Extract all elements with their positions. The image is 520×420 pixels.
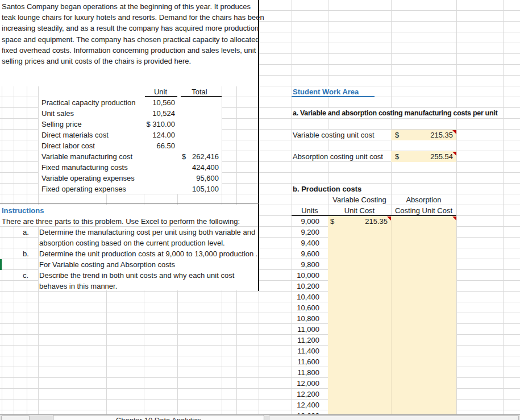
active-cell-indicator — [0, 259, 2, 270]
problem-statement-line: space and equipment. The company has cho… — [2, 34, 260, 45]
sheet-tab-label: Chapter 10 Data Analytics — [53, 417, 264, 420]
units-value[interactable]: 9,200 — [292, 227, 319, 238]
units-value[interactable]: 11,000 — [292, 324, 319, 335]
absorption-col-header: Absorption — [391, 194, 456, 205]
variable-costing-label: Variable costing unit cost — [293, 130, 375, 140]
table-total-value[interactable]: 95,600 — [177, 173, 219, 184]
instruction-letter: c. — [23, 270, 28, 281]
instruction-text: Determine the unit production costs at 9… — [39, 248, 257, 259]
units-value[interactable]: 9,400 — [292, 238, 319, 248]
table-row-label: Fixed manufacturing costs — [41, 162, 128, 173]
table-unit-value[interactable]: 124.00 — [144, 130, 175, 140]
comment-indicator-icon — [387, 217, 391, 221]
table-row-label: Practical capacity production — [41, 97, 135, 108]
table-row-label: Direct materials cost — [41, 130, 109, 140]
units-value[interactable]: 10,800 — [292, 313, 319, 324]
instruction-text: absorption costing based on the current … — [39, 238, 225, 248]
table-unit-value[interactable]: $ 310.00 — [144, 119, 175, 130]
table-row-label: Unit sales — [41, 108, 74, 119]
problem-statement-line: teak lounge chairs for luxury hotels and… — [2, 12, 264, 23]
problem-statement-line: selling prices and unit costs of the cha… — [2, 56, 191, 66]
units-value[interactable]: 9,600 — [292, 248, 319, 259]
variable-costing-col-header: Unit Cost — [328, 205, 391, 216]
table-unit-value[interactable]: 10,524 — [144, 108, 175, 119]
total-column-header: Total — [177, 86, 222, 97]
table-row-label: Direct labor cost — [41, 140, 95, 151]
gridline — [391, 216, 392, 414]
problem-statement-line: fixed overhead costs. Information concer… — [2, 45, 256, 56]
units-col-header: Units — [292, 205, 328, 216]
instruction-letter: b. — [23, 248, 29, 259]
problem-statement-line: Santos Company began operations at the b… — [2, 1, 251, 12]
table-row-label: Variable manufacturing cost — [41, 151, 132, 162]
instruction-text: Describe the trend in both unit costs an… — [39, 270, 234, 281]
instructions-top-border — [0, 203, 259, 204]
sheet-tab-bar: Chapter 10 Data Analytics — [0, 414, 520, 420]
student-work-area-title: Student Work Area — [293, 86, 359, 97]
gridline — [2, 86, 2, 414]
section-b-heading: b. Production costs — [293, 184, 361, 194]
table-total-value[interactable]: $ 262,416 — [182, 151, 219, 162]
section-a-heading: a. Variable and absorption costing manuf… — [293, 108, 497, 119]
gridline — [259, 291, 259, 414]
total-amount: 262,416 — [192, 151, 219, 162]
table-unit-value[interactable]: 10,560 — [144, 97, 175, 108]
sheet-tab[interactable] — [269, 415, 519, 420]
spreadsheet: Santos Company began operations at the b… — [0, 0, 520, 420]
units-value[interactable]: 11,800 — [292, 367, 319, 378]
instructions-title: Instructions — [2, 205, 44, 216]
gridline — [456, 0, 457, 414]
table-total-value[interactable]: 424,400 — [177, 162, 219, 173]
instruction-text: Determine the manufacturing cost per uni… — [39, 227, 255, 238]
sheet-tab-active[interactable]: Chapter 10 Data Analytics — [53, 415, 264, 420]
units-value[interactable]: 12,000 — [292, 378, 319, 389]
units-value[interactable]: 10,000 — [292, 270, 319, 281]
units-value[interactable]: 10,200 — [292, 281, 319, 292]
comment-indicator-icon — [452, 130, 456, 134]
unit-column-header: Unit — [144, 86, 177, 97]
units-value[interactable]: 12,200 — [292, 389, 319, 400]
comment-indicator-icon — [452, 152, 456, 156]
units-value[interactable]: 11,200 — [292, 335, 319, 346]
absorption-col-header: Costing Unit Cost — [391, 205, 456, 216]
table-row-label: Selling price — [41, 119, 82, 130]
problem-statement-line: increasing steadily, and as a result the… — [2, 23, 259, 34]
comment-indicator-icon — [452, 217, 456, 221]
units-value[interactable]: 12,400 — [292, 400, 319, 410]
instruction-text: behaves in this manner. — [39, 281, 117, 292]
variable-costing-value[interactable]: 215.35 — [398, 130, 453, 140]
units-value[interactable]: 9,800 — [292, 259, 319, 270]
production-costs-input-area[interactable] — [328, 216, 456, 414]
units-value[interactable]: 9,000 — [292, 216, 319, 227]
table-unit-value[interactable]: 66.50 — [144, 140, 175, 151]
variable-costing-col-header: Variable Costing — [328, 194, 391, 205]
instructions-intro: There are three parts to this problem. U… — [2, 216, 240, 227]
units-value[interactable]: 10,600 — [292, 302, 319, 313]
units-value[interactable]: 11,400 — [292, 346, 319, 356]
table-total-value[interactable]: 105,100 — [177, 184, 219, 194]
absorption-costing-value[interactable]: 255.54 — [398, 151, 453, 162]
units-value[interactable]: 10,400 — [292, 292, 319, 302]
currency-symbol: $ — [182, 151, 186, 162]
table-row-label: Variable operating expenses — [41, 173, 135, 184]
gridline — [503, 0, 504, 414]
table-row-label: Fixed operating expenses — [41, 184, 126, 194]
instruction-text: For Variable costing and Absorption cost… — [39, 259, 175, 270]
sheet-tab[interactable] — [1, 415, 30, 420]
units-value[interactable]: 11,600 — [292, 356, 319, 367]
instruction-letter: a. — [23, 227, 29, 238]
gridline — [14, 86, 14, 414]
absorption-costing-label: Absorption costing unit cost — [293, 151, 383, 162]
variable-costing-cell-9000[interactable]: 215.35 — [328, 216, 388, 227]
